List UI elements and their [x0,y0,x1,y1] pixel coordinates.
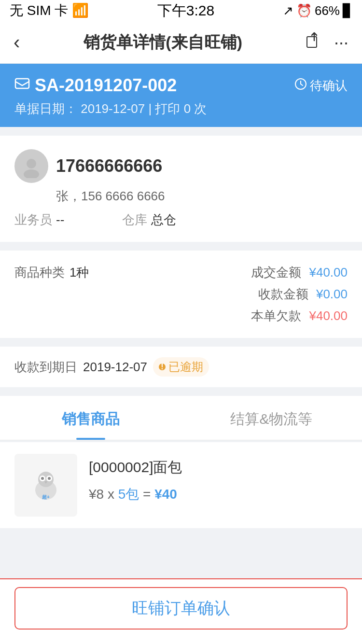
confirm-order-button[interactable]: 旺铺订单确认 [14,587,348,630]
svg-point-11 [48,477,51,480]
back-button[interactable]: ‹ [14,31,20,53]
svg-rect-1 [15,79,29,88]
amount-deal: 成交金额 ¥40.00 [251,264,348,281]
overdue-badge: ! 已逾期 [153,357,209,377]
due-label: 收款到期日 [14,359,77,376]
product-info: [0000002]面包 ¥8 x 5包 = ¥40 [89,454,348,504]
nav-actions: ··· [306,32,348,53]
order-id: SA-20191207-002 [14,75,177,96]
status-network: 无 SIM 卡 📶 [10,1,89,20]
svg-point-3 [27,159,36,168]
status-icons: ↗ ⏰ 66% ▊ [283,3,352,18]
customer-card: 17666666666 张，156 6666 6666 业务员 -- 仓库 总仓 [0,136,362,242]
product-price: ¥8 x 5包 = ¥40 [89,485,348,504]
due-date: 2019-12-07 [83,360,147,375]
amounts: 成交金额 ¥40.00 收款金额 ¥0.00 本单欠款 ¥40.00 [251,264,348,324]
customer-fields: 业务员 -- 仓库 总仓 [14,211,348,228]
separator-3 [0,339,362,347]
more-button[interactable]: ··· [334,32,348,53]
header-card: SA-20191207-002 待确认 单据日期： 2019-12-07 | 打… [0,64,362,127]
battery-icon: 66% [315,3,340,18]
tabs-container: 销售商品 结算&物流等 [0,396,362,440]
svg-point-4 [24,169,39,178]
separator-4 [0,388,362,396]
order-meta: 单据日期： 2019-12-07 | 打印 0 次 [14,100,348,117]
order-status: 待确认 [294,77,348,94]
product-card: 超+ [0000002]面包 ¥8 x 5包 = ¥40 [0,442,362,528]
status-time: 下午3:28 [157,1,214,21]
product-image: 超+ [14,454,77,517]
status-bar: 无 SIM 卡 📶 下午3:28 ↗ ⏰ 66% ▊ [0,0,362,21]
overdue-icon: ! [159,364,166,370]
share-button[interactable] [306,32,322,53]
separator-2 [0,243,362,251]
alarm-icon: ⏰ [296,3,312,18]
product-type: 商品种类 1种 [14,264,89,281]
summary-card: 商品种类 1种 成交金额 ¥40.00 收款金额 ¥0.00 本单欠款 ¥40.… [0,251,362,338]
clock-icon [294,78,307,94]
nav-bar: ‹ 销货单详情(来自旺铺) ··· [0,21,362,64]
tab-settlement[interactable]: 结算&物流等 [181,396,362,440]
order-icon [14,75,30,96]
customer-phone: 17666666666 [56,156,162,176]
amount-received: 收款金额 ¥0.00 [258,286,348,303]
tabs-row: 销售商品 结算&物流等 [0,396,362,440]
staff-field: 业务员 -- [14,211,64,228]
svg-point-10 [41,477,44,480]
bottom-bar: 旺铺订单确认 [0,578,362,644]
due-card: 收款到期日 2019-12-07 ! 已逾期 [0,347,362,387]
product-name: [0000002]面包 [89,458,348,477]
battery-bar: ▊ [343,3,352,18]
warehouse-field: 仓库 总仓 [122,211,176,228]
page-title: 销货单详情(来自旺铺) [84,31,242,54]
location-icon: ↗ [283,3,293,18]
svg-text:超+: 超+ [42,494,50,500]
customer-name: 张，156 6666 6666 [56,188,348,205]
amount-owed: 本单欠款 ¥40.00 [251,308,348,324]
customer-avatar [14,149,48,183]
tab-sales-products[interactable]: 销售商品 [0,396,181,440]
separator-1 [0,128,362,136]
svg-rect-0 [307,37,317,47]
